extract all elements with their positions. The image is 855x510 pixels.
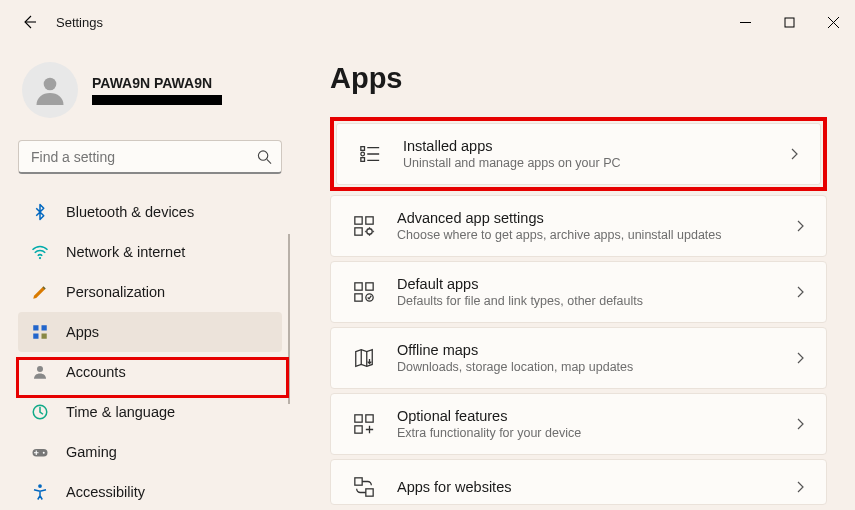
- settings-item-offline-maps[interactable]: Offline maps Downloads, storage location…: [330, 327, 827, 389]
- sidebar-item-label: Personalization: [66, 284, 165, 300]
- svg-rect-5: [42, 325, 47, 330]
- svg-rect-4: [33, 325, 38, 330]
- chevron-right-icon: [794, 418, 806, 430]
- settings-label: Apps for websites: [397, 479, 774, 495]
- search-button[interactable]: [257, 150, 272, 165]
- svg-rect-27: [355, 478, 362, 485]
- close-button[interactable]: [811, 6, 855, 38]
- sidebar-item-time-language[interactable]: Time & language: [18, 392, 282, 432]
- svg-point-11: [43, 452, 45, 454]
- minimize-button[interactable]: [723, 6, 767, 38]
- annotation-highlight-content: Installed apps Uninstall and manage apps…: [330, 117, 827, 191]
- svg-rect-16: [355, 217, 362, 224]
- titlebar: Settings: [0, 0, 855, 44]
- content: Apps Installed apps Uninstall and manage…: [296, 44, 855, 510]
- settings-text: Offline maps Downloads, storage location…: [397, 342, 774, 374]
- search-input[interactable]: [18, 140, 282, 174]
- svg-point-19: [367, 229, 373, 235]
- svg-point-12: [38, 484, 42, 488]
- settings-item-installed-apps[interactable]: Installed apps Uninstall and manage apps…: [336, 123, 821, 185]
- svg-point-2: [258, 151, 267, 160]
- chevron-right-icon: [794, 481, 806, 493]
- settings-label: Installed apps: [403, 138, 768, 154]
- paintbrush-icon: [30, 282, 50, 302]
- globe-clock-icon: [30, 402, 50, 422]
- svg-point-1: [44, 78, 57, 91]
- sidebar-item-gaming[interactable]: Gaming: [18, 432, 282, 472]
- maximize-button[interactable]: [767, 6, 811, 38]
- sidebar-item-personalization[interactable]: Personalization: [18, 272, 282, 312]
- sidebar-item-apps[interactable]: Apps: [18, 312, 282, 352]
- minimize-icon: [740, 17, 751, 28]
- person-icon: [32, 72, 68, 108]
- list-apps-icon: [357, 141, 383, 167]
- settings-desc: Choose where to get apps, archive apps, …: [397, 228, 774, 242]
- svg-rect-18: [355, 228, 362, 235]
- window-controls: [723, 6, 855, 38]
- settings-item-default-apps[interactable]: Default apps Defaults for file and link …: [330, 261, 827, 323]
- settings-desc: Defaults for file and link types, other …: [397, 294, 774, 308]
- svg-rect-21: [366, 283, 373, 290]
- sidebar-item-label: Bluetooth & devices: [66, 204, 194, 220]
- svg-rect-13: [361, 147, 365, 151]
- sidebar-item-label: Accounts: [66, 364, 126, 380]
- default-apps-icon: [351, 279, 377, 305]
- settings-desc: Downloads, storage location, map updates: [397, 360, 774, 374]
- features-plus-icon: [351, 411, 377, 437]
- settings-list: Installed apps Uninstall and manage apps…: [330, 117, 827, 505]
- chevron-right-icon: [794, 286, 806, 298]
- sidebar-item-label: Accessibility: [66, 484, 145, 500]
- svg-rect-0: [785, 18, 794, 27]
- settings-desc: Extra functionality for your device: [397, 426, 774, 440]
- settings-text: Default apps Defaults for file and link …: [397, 276, 774, 308]
- svg-point-15: [361, 152, 365, 156]
- svg-rect-20: [355, 283, 362, 290]
- chevron-right-icon: [788, 148, 800, 160]
- svg-rect-26: [355, 426, 362, 433]
- avatar: [22, 62, 78, 118]
- nav-scrollbar[interactable]: [288, 234, 290, 404]
- user-email-redacted: [92, 95, 222, 105]
- settings-text: Installed apps Uninstall and manage apps…: [403, 138, 768, 170]
- chevron-right-icon: [794, 220, 806, 232]
- settings-text: Advanced app settings Choose where to ge…: [397, 210, 774, 242]
- svg-point-8: [37, 366, 43, 372]
- search-wrap: [18, 140, 282, 174]
- back-button[interactable]: [20, 13, 38, 31]
- bluetooth-icon: [30, 202, 50, 222]
- sidebar-item-label: Apps: [66, 324, 99, 340]
- sidebar-item-label: Time & language: [66, 404, 175, 420]
- page-title: Apps: [330, 62, 827, 95]
- settings-item-optional-features[interactable]: Optional features Extra functionality fo…: [330, 393, 827, 455]
- user-info: PAWA9N PAWA9N: [92, 75, 222, 105]
- sidebar-item-network[interactable]: Network & internet: [18, 232, 282, 272]
- user-block[interactable]: PAWA9N PAWA9N: [18, 58, 296, 136]
- accessibility-icon: [30, 482, 50, 502]
- titlebar-left: Settings: [20, 13, 103, 31]
- link-apps-icon: [351, 474, 377, 500]
- svg-rect-22: [355, 294, 362, 301]
- chevron-right-icon: [794, 352, 806, 364]
- svg-rect-14: [361, 158, 365, 162]
- svg-rect-25: [366, 415, 373, 422]
- map-icon: [351, 345, 377, 371]
- svg-rect-28: [366, 489, 373, 496]
- settings-item-apps-for-websites[interactable]: Apps for websites: [330, 459, 827, 505]
- settings-label: Default apps: [397, 276, 774, 292]
- settings-text: Optional features Extra functionality fo…: [397, 408, 774, 440]
- sidebar-item-bluetooth[interactable]: Bluetooth & devices: [18, 192, 282, 232]
- settings-text: Apps for websites: [397, 479, 774, 495]
- svg-rect-6: [33, 334, 38, 339]
- user-name: PAWA9N PAWA9N: [92, 75, 222, 91]
- sidebar-item-accounts[interactable]: Accounts: [18, 352, 282, 392]
- search-icon: [257, 150, 272, 165]
- settings-label: Advanced app settings: [397, 210, 774, 226]
- nav-list: Bluetooth & devices Network & internet P…: [18, 192, 296, 510]
- window-title: Settings: [56, 15, 103, 30]
- sidebar-item-accessibility[interactable]: Accessibility: [18, 472, 282, 510]
- sidebar-item-label: Gaming: [66, 444, 117, 460]
- maximize-icon: [784, 17, 795, 28]
- gaming-icon: [30, 442, 50, 462]
- settings-item-advanced[interactable]: Advanced app settings Choose where to ge…: [330, 195, 827, 257]
- svg-rect-17: [366, 217, 373, 224]
